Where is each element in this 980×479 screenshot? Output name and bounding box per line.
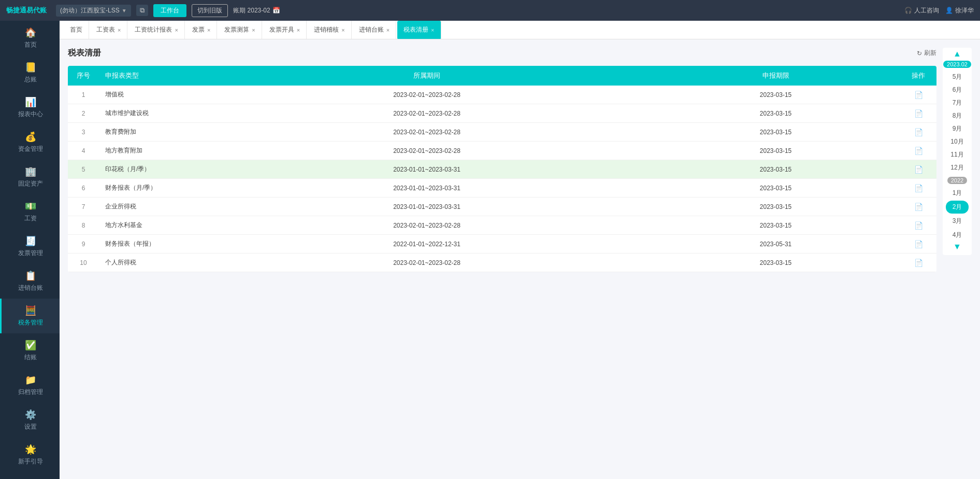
ai-consult-btn[interactable]: 🎧 人工咨询 [904,6,939,15]
table-row: 1增值税2023-02-01~2023-02-282023-03-15📄 [68,86,936,104]
sidebar-item-settings[interactable]: ⚙️ 设置 [0,403,60,438]
sidebar-label-jiesuan: 结账 [24,353,37,362]
tab-tax-list-close[interactable]: × [431,27,434,33]
cal-month-may-prev[interactable]: 5月 [943,71,972,83]
tab-invoice-calc-close[interactable]: × [252,27,255,33]
period-value: 2023-02 [248,7,270,14]
tab-salary-stat-close[interactable]: × [175,27,178,33]
sidebar-item-invoice[interactable]: 🧾 发票管理 [0,229,60,264]
sidebar-item-member[interactable]: 👑 畅会员 [0,472,60,479]
action-icon-doc[interactable]: 📄 [914,91,923,99]
jiesuan-icon: ✅ [25,340,36,351]
report-icon: 📊 [25,96,36,108]
tab-salary-table[interactable]: 工资表 × [90,21,127,39]
cal-month-sep-prev[interactable]: 9月 [943,122,972,135]
user-avatar-icon: 👤 [945,7,953,14]
cell-no: 8 [68,216,99,235]
copy-icon-btn[interactable]: ⧉ [136,5,148,16]
cal-month-apr[interactable]: 4月 [943,229,972,242]
sidebar-label-assets: 固定资产 [18,179,43,188]
cell-period: 2023-01-01~2023-03-31 [203,198,651,216]
action-icon-doc[interactable]: 📄 [914,221,923,230]
sidebar-item-guide[interactable]: 🌟 新手引导 [0,438,60,472]
cal-month-mar[interactable]: 3月 [943,215,972,228]
calendar-panel: ▲ 2023.02 5月 6月 7月 8月 9月 10月 11月 12月 202… [943,48,972,255]
cell-action: 📄 [900,253,936,272]
action-icon-doc[interactable]: 📄 [914,165,923,174]
refresh-icon: ↻ [917,50,922,57]
sidebar-item-capital[interactable]: 💰 资金管理 [0,125,60,160]
action-icon-doc[interactable]: 📄 [914,184,923,192]
tab-jinxiao-ledger[interactable]: 进销台账 × [353,21,396,39]
cal-month-oct-prev[interactable]: 10月 [943,135,972,148]
tab-jinxiao-audit-close[interactable]: × [341,27,344,33]
cell-deadline: 2023-05-31 [651,235,900,253]
sidebar-item-home[interactable]: 🏠 首页 [0,21,60,55]
sidebar-item-salary[interactable]: 💵 工资 [0,194,60,229]
cell-type: 地方教育附加 [99,142,203,160]
action-icon-doc[interactable]: 📄 [914,259,923,267]
cell-type: 企业所得税 [99,198,203,216]
action-icon-doc[interactable]: 📄 [914,109,923,118]
cal-month-dec-prev[interactable]: 12月 [943,161,972,174]
cal-month-jan[interactable]: 1月 [943,187,972,200]
sidebar-item-jinxiao[interactable]: 📋 进销台账 [0,264,60,299]
sidebar-label-settings: 设置 [24,422,37,431]
tab-salary-close[interactable]: × [118,27,121,33]
cal-month-nov-prev[interactable]: 11月 [943,148,972,161]
cal-month-feb-active[interactable]: 2月 [946,201,969,214]
user-profile[interactable]: 👤 徐泽华 [945,6,974,15]
cell-deadline: 2023-03-15 [651,179,900,198]
company-name: (勿动）江西股宝-LSS [60,6,120,15]
refresh-button[interactable]: ↻ 刷新 [917,49,936,58]
action-icon-doc[interactable]: 📄 [914,203,923,211]
sidebar-item-report[interactable]: 📊 报表中心 [0,90,60,125]
col-period: 所属期间 [203,66,651,86]
tax-icon: 🧮 [25,305,36,316]
col-type: 申报表类型 [99,66,203,86]
jinxiao-icon: 📋 [25,270,36,281]
tab-home[interactable]: 首页 [64,21,89,39]
tab-invoice-label: 发票 [192,25,205,34]
refresh-label: 刷新 [924,49,936,58]
tab-jinxiao-ledger-close[interactable]: × [386,27,390,33]
calendar-up-btn[interactable]: ▲ [953,50,961,58]
cell-action: 📄 [900,179,936,198]
table-row: 3教育费附加2023-02-01~2023-02-282023-03-15📄 [68,123,936,142]
tab-salary-stat[interactable]: 工资统计报表 × [128,21,184,39]
tab-invoice-close[interactable]: × [207,27,210,33]
switch-old-button[interactable]: 切到旧版 [192,4,228,17]
sidebar-item-ledger[interactable]: 📒 总账 [0,55,60,90]
sidebar-item-assets[interactable]: 🏢 固定资产 [0,160,60,194]
home-icon: 🏠 [25,27,36,38]
tab-tax-list[interactable]: 税表清册 × [397,21,441,39]
tab-invoice[interactable]: 发票 × [186,21,217,39]
cal-month-jul-prev[interactable]: 7月 [943,96,972,109]
calendar-down-btn[interactable]: ▼ [953,243,961,251]
table-header: 序号 申报表类型 所属期间 申报期限 操作 [68,66,936,86]
tab-invoice-issue-close[interactable]: × [297,27,300,33]
sidebar-label-jinxiao: 进销台账 [18,284,43,292]
table-row: 2城市维护建设税2023-02-01~2023-02-282023-03-15📄 [68,104,936,123]
action-icon-doc[interactable]: 📄 [914,128,923,136]
sidebar-label-ledger: 总账 [24,75,37,84]
sidebar-item-tax[interactable]: 🧮 税务管理 [0,299,60,333]
sidebar-item-archive[interactable]: 📁 归档管理 [0,368,60,403]
username-label: 徐泽华 [955,6,974,15]
action-icon-doc[interactable]: 📄 [914,147,923,155]
tab-invoice-issue[interactable]: 发票开具 × [263,21,307,39]
tab-invoice-calc[interactable]: 发票测算 × [218,21,262,39]
tab-bar: 首页 工资表 × 工资统计报表 × 发票 × 发票测算 × 发票开具 × [60,21,980,39]
calendar-icon[interactable]: 📅 [272,7,280,14]
action-icon-doc[interactable]: 📄 [914,240,923,248]
app-logo: 畅捷通易代账 [6,6,47,15]
cell-action: 📄 [900,160,936,179]
cal-month-aug-prev[interactable]: 8月 [943,109,972,122]
workbench-button[interactable]: 工作台 [153,4,186,17]
sidebar-item-jiesuan[interactable]: ✅ 结账 [0,333,60,368]
table-row: 8地方水利基金2023-02-01~2023-02-282023-03-15📄 [68,216,936,235]
cal-month-jun-prev[interactable]: 6月 [943,83,972,96]
company-selector[interactable]: (勿动）江西股宝-LSS ▼ [56,5,131,17]
tab-jinxiao-audit[interactable]: 进销稽核 × [308,21,351,39]
col-deadline: 申报期限 [651,66,900,86]
